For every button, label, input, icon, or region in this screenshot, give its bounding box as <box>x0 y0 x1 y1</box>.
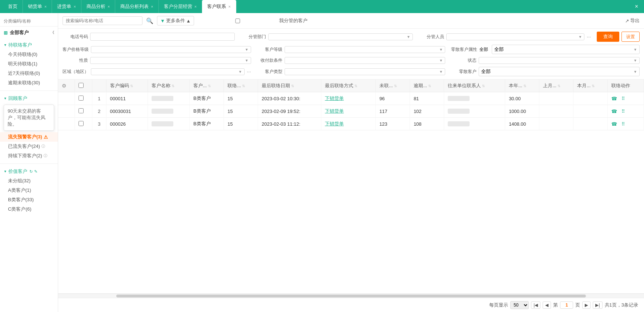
edit-icon[interactable]: ✎ <box>34 169 37 174</box>
search-bar: 🔍 ▼ 更多条件 ▲ 我分管的客户 ↗ 导出 <box>58 13 644 29</box>
more-button-region[interactable]: ··· <box>247 69 251 74</box>
tab-customer-contact[interactable]: 客户联系 × <box>202 0 236 13</box>
sidebar-item-tomorrow[interactable]: 明天待联络(1) <box>0 59 58 69</box>
more-filter-button[interactable]: ▼ 更多条件 ▲ <box>157 16 194 25</box>
sidebar-item-declining[interactable]: 持续下滑客户(2) ⓘ <box>0 151 58 161</box>
contact-action-icon-2[interactable]: ☎ <box>611 109 617 114</box>
filter-phone: 电话号码 <box>63 33 235 41</box>
filter-customer-attr-select[interactable]: 全部 ▼ <box>492 45 640 54</box>
sidebar-section-title-churn[interactable]: ▼ 回顾客户 <box>0 94 58 103</box>
more-action-icon-1[interactable]: ⠿ <box>621 96 625 101</box>
td-index-1: 1 <box>92 92 106 105</box>
sidebar-item-today[interactable]: 今天待联络(0) <box>0 50 58 59</box>
td-last-month-1 <box>539 92 573 105</box>
more-button-manager[interactable]: ··· <box>587 34 591 40</box>
filter-status: 状态 ▼ <box>451 57 640 64</box>
sort-icon-contact[interactable]: ⇅ <box>242 84 245 88</box>
close-tab-sales[interactable]: × <box>44 4 47 9</box>
close-tab-contact[interactable]: × <box>228 4 230 9</box>
filter-customer-level-select[interactable]: ▼ <box>285 46 446 53</box>
per-page-select[interactable]: 50 100 200 <box>510 301 529 309</box>
close-tab-tier[interactable]: × <box>194 4 197 9</box>
first-page-button[interactable]: |◀ <box>531 301 540 309</box>
tab-customer-tier[interactable]: 客户分层经营 × <box>159 0 202 13</box>
info-icon-1: ⓘ <box>41 144 45 149</box>
close-tab-purchase[interactable]: × <box>73 4 76 9</box>
sort-icon-this-month[interactable]: ⇅ <box>592 84 595 88</box>
more-action-icon-3[interactable]: ⠿ <box>621 121 625 127</box>
sort-icon-code[interactable]: ⇅ <box>130 84 133 88</box>
search-input[interactable] <box>63 16 142 25</box>
link-last-way-3[interactable]: 下销货单 <box>325 121 344 126</box>
my-customer-check[interactable] <box>198 19 278 23</box>
sort-icon-uncontacted[interactable]: ⇅ <box>394 84 397 88</box>
sort-icon-last-way[interactable]: ⇅ <box>354 84 357 88</box>
last-page-button[interactable]: ▶| <box>593 301 602 309</box>
row-checkbox-2[interactable] <box>79 108 84 113</box>
horizontal-scrollbar[interactable] <box>58 293 644 298</box>
close-tab-analysis[interactable]: × <box>108 4 110 9</box>
td-unit-contact-1 <box>444 92 505 105</box>
tab-home[interactable]: 首页 <box>3 0 23 13</box>
row-checkbox-3[interactable] <box>79 121 84 126</box>
sidebar-search-input[interactable] <box>4 19 58 24</box>
sidebar-item-7days[interactable]: 近7天待联络(0) <box>0 69 58 78</box>
contact-action-icon-3[interactable]: ☎ <box>611 121 617 127</box>
filter-customer-type-select[interactable]: ▼ <box>285 68 446 75</box>
sort-icon-last-date[interactable]: ⇅ <box>291 84 294 88</box>
sidebar-item-ungroup[interactable]: 未分组(32) <box>0 176 58 186</box>
close-tab-analysis-list[interactable]: × <box>151 4 153 9</box>
sidebar-item-churned[interactable]: 已流失客户(24) ⓘ <box>0 142 58 151</box>
link-last-way-1[interactable]: 下销货单 <box>325 96 344 101</box>
sidebar-section-title-value[interactable]: ▼ 价值客户 ↻ ✎ <box>0 167 58 176</box>
filter-icon: ▼ <box>160 18 165 24</box>
sort-icon-overdue[interactable]: ⇅ <box>428 84 431 88</box>
sidebar-item-a-class[interactable]: A类客户(1) <box>0 186 58 195</box>
export-button[interactable]: ↗ 导出 <box>625 17 640 24</box>
contact-action-icon-1[interactable]: ☎ <box>611 96 617 101</box>
sidebar-item-c-class[interactable]: C类客户(6) <box>0 204 58 214</box>
filter-phone-input[interactable] <box>90 33 235 41</box>
filter-dept-select[interactable]: ▼ <box>268 33 413 40</box>
filter-region-select[interactable]: ▼ <box>91 68 245 75</box>
sidebar-item-churn-warning[interactable]: 流失预警客户(3) ⚠ <box>0 132 58 142</box>
next-page-button[interactable]: ▶ <box>582 301 591 309</box>
scrollbar-thumb[interactable] <box>116 295 586 297</box>
window-close-button[interactable]: × <box>632 3 641 10</box>
sort-icon-type[interactable]: ⇅ <box>208 84 211 88</box>
filter-row-2: 客户价格等级 ▼ 客户等级 ▼ 零散客户属性 全部 <box>63 45 640 54</box>
filter-manager-select[interactable]: ▼ <box>446 33 584 40</box>
sort-icon-name[interactable]: ⇅ <box>172 84 174 88</box>
row-checkbox-1[interactable] <box>79 96 84 101</box>
tab-product-analysis[interactable]: 商品分析 × <box>81 0 115 13</box>
td-actions-1: ☎ ⠿ <box>608 92 644 105</box>
settings-button[interactable]: 设置 <box>621 32 640 42</box>
filter-nature-select[interactable]: ▼ <box>90 57 251 64</box>
th-type: 客户...⇅ <box>190 80 224 92</box>
page-input[interactable] <box>560 301 573 309</box>
filter-price-level-select[interactable]: ▼ <box>91 46 251 53</box>
tab-purchase-order[interactable]: 进货单 × <box>52 0 81 13</box>
prev-page-button[interactable]: ◀ <box>543 301 551 309</box>
sort-icon-unit[interactable]: ⇅ <box>482 84 485 88</box>
refresh-icon[interactable]: ↻ <box>29 169 33 174</box>
sidebar-item-overdue[interactable]: 逾期未联络(30) <box>0 78 58 88</box>
sort-icon-this-year[interactable]: ⇅ <box>523 84 526 88</box>
filter-status-select[interactable]: ▼ <box>479 57 640 64</box>
link-last-way-2[interactable]: 下销货单 <box>325 108 344 114</box>
query-button[interactable]: 查询 <box>597 32 619 42</box>
sidebar-item-b-class[interactable]: B类客户(33) <box>0 195 58 204</box>
filter-retail-select[interactable]: 全部 ▼ <box>479 67 640 76</box>
table-settings-icon[interactable]: ⚙ <box>62 83 67 89</box>
search-button[interactable]: 🔍 <box>146 17 153 24</box>
td-last-way-2: 下销货单 <box>321 105 375 118</box>
tab-sales-order[interactable]: 销货单 × <box>23 0 52 13</box>
tab-product-analysis-list[interactable]: 商品分析列表 × <box>115 0 158 13</box>
sidebar-all-customers[interactable]: ⊞ 全部客户 《 <box>0 27 58 39</box>
more-action-icon-2[interactable]: ⠿ <box>621 109 625 114</box>
sort-icon-last-month[interactable]: ⇅ <box>558 84 560 88</box>
filter-payment-select[interactable]: ▼ <box>285 57 446 64</box>
my-customer-checkbox[interactable]: 我分管的客户 <box>198 17 307 24</box>
sidebar-section-title-pending[interactable]: ▼ 待联络客户 <box>0 40 58 50</box>
select-all-checkbox[interactable] <box>79 83 84 88</box>
